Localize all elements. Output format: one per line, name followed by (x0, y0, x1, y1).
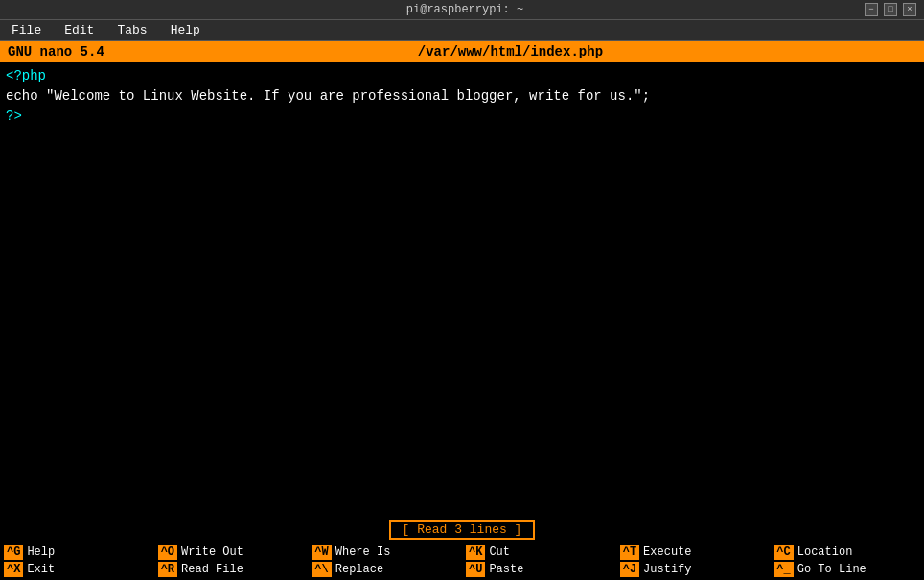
shortcut-item[interactable]: ^UPaste (462, 561, 616, 578)
shortcut-key: ^O (158, 545, 177, 560)
shortcut-item[interactable]: ^OWrite Out (154, 544, 309, 561)
menu-bar: FileEditTabsHelp (0, 20, 924, 41)
shortcuts-panel: ^GHelp^OWrite Out^WWhere Is^KCut^TExecut… (0, 542, 924, 580)
shortcut-row: ^XExit^RRead File^\Replace^UPaste^JJusti… (0, 561, 924, 578)
shortcut-key: ^\ (312, 562, 331, 577)
nano-filename: /var/www/html/index.php (418, 44, 603, 59)
shortcut-item[interactable]: ^GHelp (0, 544, 154, 561)
shortcut-item[interactable]: ^JJustify (616, 561, 771, 578)
window-title: pi@raspberrypi: ~ (65, 3, 865, 16)
shortcut-label: Exit (27, 563, 55, 576)
shortcut-item[interactable]: ^CLocation (770, 544, 924, 561)
shortcut-item[interactable]: ^TExecute (616, 544, 771, 561)
shortcut-item[interactable]: ^XExit (0, 561, 154, 578)
code-line: <?php (2, 66, 922, 86)
shortcut-row: ^GHelp^OWrite Out^WWhere Is^KCut^TExecut… (0, 544, 924, 561)
editor-area[interactable]: <?phpecho "Welcome to Linux Website. If … (0, 62, 924, 518)
shortcut-label: Go To Line (797, 563, 866, 576)
close-button[interactable]: × (903, 3, 916, 16)
shortcut-label: Replace (335, 563, 383, 576)
shortcut-key: ^K (466, 545, 485, 560)
shortcut-label: Read File (181, 563, 243, 576)
shortcut-key: ^U (466, 562, 485, 577)
shortcut-item[interactable]: ^RRead File (154, 561, 309, 578)
code-line: echo "Welcome to Linux Website. If you a… (2, 86, 922, 106)
shortcut-label: Where Is (335, 545, 391, 559)
shortcut-label: Location (797, 545, 853, 559)
status-bar: [ Read 3 lines ] (0, 518, 924, 542)
code-line: ?> (2, 106, 922, 127)
menu-item-tabs[interactable]: Tabs (113, 22, 150, 38)
nano-version: GNU nano 5.4 (8, 44, 104, 59)
shortcut-label: Write Out (181, 545, 243, 559)
shortcut-item[interactable]: ^KCut (462, 544, 616, 561)
menu-item-edit[interactable]: Edit (60, 22, 98, 38)
shortcut-item[interactable]: ^\Replace (308, 561, 462, 578)
shortcut-label: Paste (489, 563, 523, 576)
shortcut-label: Help (27, 545, 55, 559)
shortcut-key: ^R (158, 562, 177, 577)
nano-header: GNU nano 5.4 /var/www/html/index.php (0, 41, 924, 62)
menu-item-help[interactable]: Help (167, 22, 204, 38)
shortcut-key: ^J (620, 562, 639, 577)
window-controls[interactable]: − □ × (865, 3, 916, 16)
status-message: [ Read 3 lines ] (389, 520, 536, 540)
shortcut-label: Justify (643, 563, 691, 576)
maximize-button[interactable]: □ (884, 3, 897, 16)
shortcut-key: ^_ (774, 562, 793, 577)
shortcut-label: Cut (489, 545, 510, 559)
shortcut-item[interactable]: ^WWhere Is (308, 544, 462, 561)
shortcut-key: ^W (312, 545, 331, 560)
shortcut-key: ^X (4, 562, 23, 577)
menu-item-file[interactable]: File (8, 22, 45, 38)
shortcut-key: ^T (620, 545, 639, 560)
shortcut-key: ^C (774, 545, 793, 560)
minimize-button[interactable]: − (865, 3, 878, 16)
shortcut-item[interactable]: ^_Go To Line (770, 561, 924, 578)
shortcut-key: ^G (4, 545, 23, 560)
shortcut-label: Execute (643, 545, 691, 559)
title-bar: pi@raspberrypi: ~ − □ × (0, 0, 924, 20)
